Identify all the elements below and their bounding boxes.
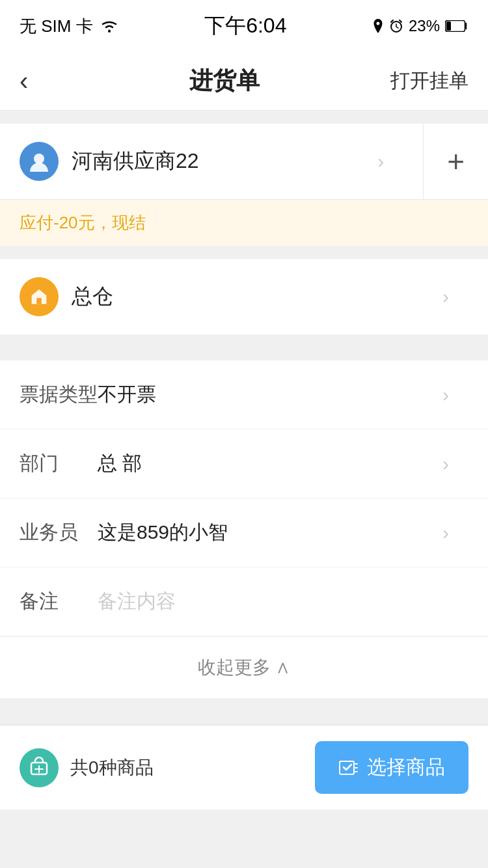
divider-2 — [0, 334, 488, 347]
warehouse-icon-circle — [20, 277, 59, 316]
status-time: 下午6:04 — [204, 12, 286, 40]
warehouse-arrow-icon: › — [442, 286, 449, 308]
department-value: 总 部 — [98, 450, 442, 477]
form-section: 票据类型 不开票 › 部门 总 部 › 业务员 这是859的小智 › 备注 备注… — [0, 360, 488, 698]
house-icon — [28, 286, 50, 308]
nav-bar: ‹ 进货单 打开挂单 — [0, 52, 488, 111]
remark-label: 备注 — [20, 588, 98, 615]
add-icon: + — [447, 146, 465, 176]
svg-point-0 — [108, 30, 111, 33]
svg-rect-3 — [446, 21, 451, 31]
alarm-icon — [389, 19, 403, 33]
add-supplier-button[interactable]: + — [424, 124, 488, 199]
wifi-icon — [100, 19, 119, 33]
salesperson-arrow-icon: › — [442, 522, 449, 544]
department-label: 部门 — [20, 450, 98, 477]
cart-icon — [27, 756, 51, 780]
battery-icon — [445, 20, 468, 32]
top-divider — [0, 111, 488, 124]
status-bar: 无 SIM 卡 下午6:04 23% — [0, 0, 488, 52]
salesperson-row[interactable]: 业务员 这是859的小智 › — [0, 498, 488, 567]
notice-row: 应付-20元，现结 — [0, 200, 488, 246]
remark-row[interactable]: 备注 备注内容 — [0, 567, 488, 636]
warehouse-name: 总仓 — [72, 282, 442, 311]
battery-percent: 23% — [409, 17, 440, 35]
supplier-avatar — [20, 142, 59, 181]
invoice-type-row[interactable]: 票据类型 不开票 › — [0, 360, 488, 429]
product-count-area: 共0种商品 — [20, 748, 154, 787]
invoice-type-arrow-icon: › — [442, 384, 449, 406]
salesperson-value: 这是859的小智 — [98, 519, 442, 546]
invoice-type-value: 不开票 — [98, 381, 442, 408]
collapse-row[interactable]: 收起更多 ∧ — [0, 636, 488, 698]
open-pending-button[interactable]: 打开挂单 — [390, 68, 468, 94]
warehouse-row[interactable]: 总仓 › — [0, 259, 488, 334]
supplier-arrow-icon: › — [377, 150, 384, 172]
status-carrier: 无 SIM 卡 — [20, 15, 119, 38]
supplier-name: 河南供应商22 — [72, 147, 377, 176]
carrier-text: 无 SIM 卡 — [20, 15, 93, 38]
invoice-type-label: 票据类型 — [20, 381, 98, 408]
divider-1 — [0, 246, 488, 259]
divider-3 — [0, 698, 488, 711]
bottom-bar: 共0种商品 选择商品 — [0, 724, 488, 809]
back-button[interactable]: ‹ — [20, 66, 59, 96]
department-arrow-icon: › — [442, 453, 449, 475]
page-content: 河南供应商22 › + 应付-20元，现结 总仓 › 票据类型 不开票 › — [0, 111, 488, 868]
product-icon-circle — [20, 748, 59, 787]
location-icon — [372, 19, 384, 33]
svg-point-4 — [34, 154, 44, 164]
svg-rect-7 — [340, 761, 354, 774]
user-icon — [27, 150, 51, 173]
notice-text: 应付-20元，现结 — [20, 213, 146, 232]
collapse-label: 收起更多 ∧ — [198, 655, 291, 680]
page-title: 进货单 — [189, 65, 260, 97]
salesperson-label: 业务员 — [20, 519, 98, 546]
select-product-icon — [338, 757, 359, 778]
status-right-area: 23% — [372, 17, 468, 35]
select-product-button[interactable]: 选择商品 — [315, 741, 468, 794]
svg-rect-5 — [36, 298, 42, 304]
remark-input[interactable]: 备注内容 — [98, 588, 468, 615]
select-product-label: 选择商品 — [367, 754, 445, 781]
supplier-row[interactable]: 河南供应商22 › — [0, 124, 423, 199]
department-row[interactable]: 部门 总 部 › — [0, 429, 488, 498]
product-count-text: 共0种商品 — [70, 755, 154, 780]
